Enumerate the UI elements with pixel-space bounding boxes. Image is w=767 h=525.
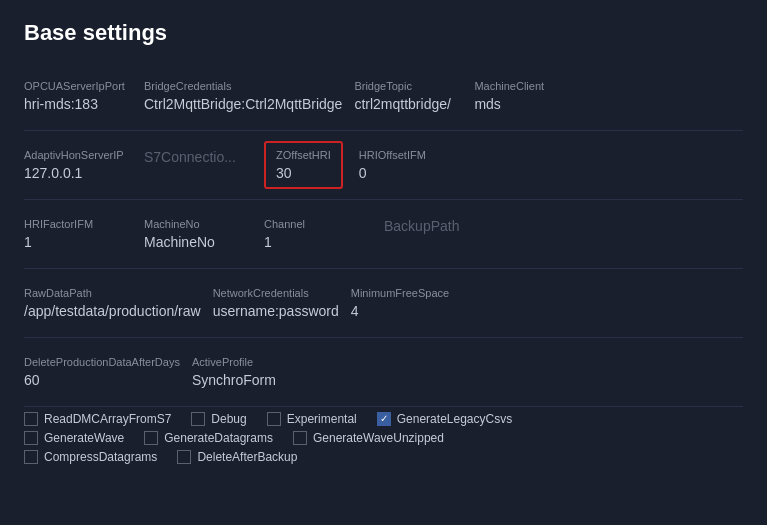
divider-1 <box>24 199 743 200</box>
checkbox-delete-after-backup[interactable] <box>177 450 191 464</box>
field-bridge-credentials: BridgeCredentialsCtrl2MqttBridge:Ctrl2Mq… <box>144 72 354 120</box>
value-z-offset-hri: 30 <box>276 165 331 181</box>
checkbox-item-debug[interactable]: Debug <box>191 412 246 426</box>
value-network-credentials: username:password <box>213 303 339 319</box>
field-s7-connection: S7Connectio... <box>144 141 264 173</box>
field-opcua-server-ip-port: OPCUAServerIpPorthri-mds:183 <box>24 72 144 120</box>
checkbox-label-generate-wave-unzipped: GenerateWaveUnzipped <box>313 431 444 445</box>
checkbox-label-debug: Debug <box>211 412 246 426</box>
checkbox-generate-wave[interactable] <box>24 431 38 445</box>
field-machine-no: MachineNoMachineNo <box>144 210 264 258</box>
label-z-offset-hri: ZOffsetHRI <box>276 149 331 161</box>
checkbox-label-read-dmc-array-from-s7: ReadDMCArrayFromS7 <box>44 412 171 426</box>
field-adaptiv-hon-server-ip: AdaptivHonServerIP127.0.0.1 <box>24 141 144 189</box>
label-hri-factor-ifm: HRIFactorIFM <box>24 218 132 230</box>
checkbox-compress-datagrams[interactable] <box>24 450 38 464</box>
label-machine-client: MachineClient <box>474 80 582 92</box>
field-minimum-free-space: MinimumFreeSpace4 <box>351 279 471 327</box>
field-active-profile: ActiveProfileSynchroForm <box>192 348 312 396</box>
checkbox-generate-legacy-csvs[interactable] <box>377 412 391 426</box>
divider-3 <box>24 337 743 338</box>
value-raw-data-path: /app/testdata/production/raw <box>24 303 201 319</box>
value-machine-no: MachineNo <box>144 234 252 250</box>
checkbox-label-delete-after-backup: DeleteAfterBackup <box>197 450 297 464</box>
field-bridge-topic: BridgeTopicctrl2mqttbridge/ <box>354 72 474 120</box>
field-hri-offset-ifm: HRIOffsetIFM0 <box>359 141 479 189</box>
divider-4 <box>24 406 743 407</box>
label-machine-no: MachineNo <box>144 218 252 230</box>
value-s7-connection: S7Connectio... <box>144 149 252 165</box>
checkbox-row-0: ReadDMCArrayFromS7DebugExperimentalGener… <box>24 412 743 426</box>
checkbox-item-read-dmc-array-from-s7[interactable]: ReadDMCArrayFromS7 <box>24 412 171 426</box>
checkbox-item-compress-datagrams[interactable]: CompressDatagrams <box>24 450 157 464</box>
field-network-credentials: NetworkCredentialsusername:password <box>213 279 351 327</box>
value-channel: 1 <box>264 234 372 250</box>
settings-row-4: DeleteProductionDataAfterDays60ActivePro… <box>24 342 743 402</box>
field-highlighted-z-offset-hri[interactable]: ZOffsetHRI30 <box>264 141 343 189</box>
value-backup-path: BackupPath <box>384 218 492 234</box>
checkbox-read-dmc-array-from-s7[interactable] <box>24 412 38 426</box>
field-backup-path: BackupPath <box>384 210 504 242</box>
label-adaptiv-hon-server-ip: AdaptivHonServerIP <box>24 149 132 161</box>
checkbox-row-1: GenerateWaveGenerateDatagramsGenerateWav… <box>24 431 743 445</box>
settings-row-0: OPCUAServerIpPorthri-mds:183BridgeCreden… <box>24 66 743 126</box>
checkbox-label-generate-datagrams: GenerateDatagrams <box>164 431 273 445</box>
settings-row-1: AdaptivHonServerIP127.0.0.1S7Connectio..… <box>24 135 743 195</box>
settings-row-3: RawDataPath/app/testdata/production/rawN… <box>24 273 743 333</box>
label-channel: Channel <box>264 218 372 230</box>
checkbox-generate-datagrams[interactable] <box>144 431 158 445</box>
value-hri-offset-ifm: 0 <box>359 165 467 181</box>
checkbox-item-generate-datagrams[interactable]: GenerateDatagrams <box>144 431 273 445</box>
label-bridge-topic: BridgeTopic <box>354 80 462 92</box>
label-minimum-free-space: MinimumFreeSpace <box>351 287 459 299</box>
value-bridge-credentials: Ctrl2MqttBridge:Ctrl2MqttBridge <box>144 96 342 112</box>
value-bridge-topic: ctrl2mqttbridge/ <box>354 96 462 112</box>
checkbox-label-generate-legacy-csvs: GenerateLegacyCsvs <box>397 412 512 426</box>
label-opcua-server-ip-port: OPCUAServerIpPort <box>24 80 132 92</box>
value-minimum-free-space: 4 <box>351 303 459 319</box>
label-raw-data-path: RawDataPath <box>24 287 201 299</box>
value-delete-production-data-after-days: 60 <box>24 372 180 388</box>
checkbox-debug[interactable] <box>191 412 205 426</box>
label-hri-offset-ifm: HRIOffsetIFM <box>359 149 467 161</box>
checkbox-label-compress-datagrams: CompressDatagrams <box>44 450 157 464</box>
page-title: Base settings <box>24 20 743 46</box>
value-hri-factor-ifm: 1 <box>24 234 132 250</box>
value-adaptiv-hon-server-ip: 127.0.0.1 <box>24 165 132 181</box>
label-bridge-credentials: BridgeCredentials <box>144 80 342 92</box>
label-active-profile: ActiveProfile <box>192 356 300 368</box>
value-active-profile: SynchroForm <box>192 372 300 388</box>
field-channel: Channel1 <box>264 210 384 258</box>
field-machine-client: MachineClientmds <box>474 72 594 120</box>
settings-row-2: HRIFactorIFM1MachineNoMachineNoChannel1B… <box>24 204 743 264</box>
label-network-credentials: NetworkCredentials <box>213 287 339 299</box>
checkbox-generate-wave-unzipped[interactable] <box>293 431 307 445</box>
checkbox-item-delete-after-backup[interactable]: DeleteAfterBackup <box>177 450 297 464</box>
label-delete-production-data-after-days: DeleteProductionDataAfterDays <box>24 356 180 368</box>
divider-0 <box>24 130 743 131</box>
divider-2 <box>24 268 743 269</box>
checkbox-item-generate-wave[interactable]: GenerateWave <box>24 431 124 445</box>
checkbox-item-experimental[interactable]: Experimental <box>267 412 357 426</box>
checkbox-label-experimental: Experimental <box>287 412 357 426</box>
checkbox-experimental[interactable] <box>267 412 281 426</box>
field-delete-production-data-after-days: DeleteProductionDataAfterDays60 <box>24 348 192 396</box>
checkbox-row-2: CompressDatagramsDeleteAfterBackup <box>24 450 743 464</box>
value-opcua-server-ip-port: hri-mds:183 <box>24 96 132 112</box>
checkbox-item-generate-legacy-csvs[interactable]: GenerateLegacyCsvs <box>377 412 512 426</box>
field-raw-data-path: RawDataPath/app/testdata/production/raw <box>24 279 213 327</box>
checkbox-item-generate-wave-unzipped[interactable]: GenerateWaveUnzipped <box>293 431 444 445</box>
value-machine-client: mds <box>474 96 582 112</box>
field-hri-factor-ifm: HRIFactorIFM1 <box>24 210 144 258</box>
checkbox-label-generate-wave: GenerateWave <box>44 431 124 445</box>
